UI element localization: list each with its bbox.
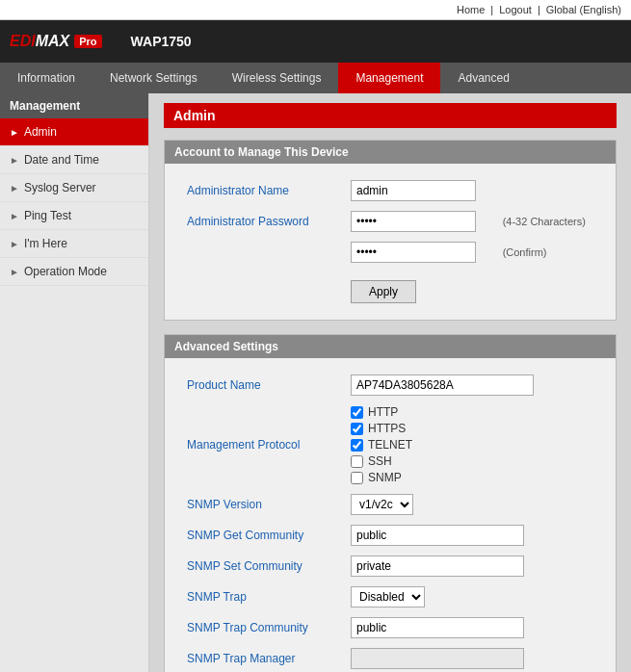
admin-name-field-cell [343, 175, 495, 206]
protocol-telnet-checkbox[interactable] [351, 439, 363, 452]
management-protocol-checkboxes: HTTP HTTPS TELNET [343, 401, 601, 489]
snmp-get-community-label: SNMP Get Community [179, 520, 343, 551]
logo: EDIMAX Pro [10, 33, 102, 50]
admin-password-confirm-input[interactable] [351, 242, 476, 263]
snmp-version-field-cell: v1/v2c v3 [343, 489, 601, 520]
sidebar-item-operation-mode[interactable]: ► Operation Mode [0, 258, 148, 286]
snmp-get-community-field-cell [343, 520, 601, 551]
advanced-card-header: Advanced Settings [165, 335, 616, 358]
snmp-trap-manager-label: SNMP Trap Manager [179, 643, 343, 672]
product-name-field-cell [343, 370, 601, 401]
content-area: Admin Account to Manage This Device Admi… [149, 93, 631, 672]
protocol-ssh-label: SSH [368, 454, 392, 468]
snmp-set-community-input[interactable] [351, 556, 524, 577]
snmp-set-community-field-cell [343, 551, 601, 582]
admin-password-row: Administrator Password (4-32 Characters) [179, 206, 601, 237]
arrow-icon: ► [10, 155, 19, 166]
management-protocol-row: Management Protocol HTTP HTTPS [179, 401, 601, 489]
language-selector[interactable]: Global (English) [546, 4, 621, 15]
sidebar-item-syslog[interactable]: ► Syslog Server [0, 174, 148, 202]
nav-information[interactable]: Information [0, 63, 92, 93]
password-hint: (4-32 Characters) [495, 206, 601, 237]
product-name-input[interactable] [351, 375, 534, 396]
account-apply-row: Apply [179, 268, 601, 308]
nav-management[interactable]: Management [338, 63, 440, 93]
admin-name-input[interactable] [351, 180, 476, 201]
snmp-trap-manager-row: SNMP Trap Manager [179, 643, 601, 672]
account-form-table: Administrator Name Administrator Passwor… [179, 175, 601, 308]
sidebar-item-label: Ping Test [24, 209, 71, 222]
brand-name: EDIMAX [10, 33, 69, 50]
snmp-trap-label: SNMP Trap [179, 582, 343, 612]
snmp-trap-community-label: SNMP Trap Community [179, 612, 343, 643]
confirm-hint: (Confirm) [495, 237, 601, 268]
separator1: | [490, 4, 493, 15]
arrow-icon: ► [10, 211, 19, 221]
arrow-icon: ► [10, 127, 19, 138]
protocol-snmp-checkbox[interactable] [351, 472, 363, 484]
arrow-icon: ► [10, 267, 19, 277]
snmp-version-label: SNMP Version [179, 489, 343, 520]
protocol-http-checkbox[interactable] [351, 406, 363, 419]
admin-password-confirm-cell [343, 237, 495, 268]
snmp-version-row: SNMP Version v1/v2c v3 [179, 489, 601, 520]
protocol-snmp-row: SNMP [351, 471, 593, 484]
snmp-trap-row: SNMP Trap Disabled Enabled [179, 582, 601, 612]
snmp-trap-community-input[interactable] [351, 617, 524, 638]
protocol-https-label: HTTPS [368, 422, 406, 435]
sidebar-item-label: Date and Time [24, 153, 99, 167]
management-protocol-label: Management Protocol [179, 401, 343, 489]
product-name-row: Product Name [179, 370, 601, 401]
page-title: Admin [164, 103, 617, 128]
admin-password-input[interactable] [351, 211, 476, 232]
sidebar-item-admin[interactable]: ► Admin [0, 118, 148, 146]
nav-network-settings[interactable]: Network Settings [92, 63, 215, 93]
snmp-trap-manager-field-cell [343, 643, 601, 672]
snmp-trap-manager-input[interactable] [351, 648, 524, 669]
protocol-checkbox-group: HTTP HTTPS TELNET [351, 405, 593, 484]
sidebar-item-date-time[interactable]: ► Date and Time [0, 146, 148, 174]
snmp-version-select[interactable]: v1/v2c v3 [351, 494, 413, 515]
snmp-trap-select[interactable]: Disabled Enabled [351, 586, 425, 607]
pro-badge: Pro [74, 35, 101, 48]
protocol-telnet-row: TELNET [351, 438, 593, 452]
protocol-ssh-checkbox[interactable] [351, 455, 363, 468]
snmp-trap-field-cell: Disabled Enabled [343, 582, 601, 612]
separator2: | [538, 4, 540, 15]
sidebar-section-title: Management [0, 93, 148, 118]
main-nav: Information Network Settings Wireless Se… [0, 63, 631, 93]
protocol-http-label: HTTP [368, 405, 398, 419]
sidebar-item-label: I'm Here [24, 237, 67, 250]
account-card-body: Administrator Name Administrator Passwor… [165, 164, 616, 320]
product-name-label: Product Name [179, 370, 343, 401]
sidebar-item-label: Operation Mode [24, 265, 107, 278]
snmp-trap-community-row: SNMP Trap Community [179, 612, 601, 643]
admin-name-label: Administrator Name [179, 175, 343, 206]
protocol-https-checkbox[interactable] [351, 423, 363, 435]
protocol-http-row: HTTP [351, 405, 593, 419]
account-card-header: Account to Manage This Device [165, 141, 616, 164]
arrow-icon: ► [10, 239, 19, 249]
arrow-icon: ► [10, 183, 19, 194]
protocol-telnet-label: TELNET [368, 438, 412, 452]
account-card: Account to Manage This Device Administra… [164, 140, 617, 321]
admin-password-field-cell [343, 206, 495, 237]
admin-password-confirm-row: (Confirm) [179, 237, 601, 268]
advanced-card-body: Product Name Management Protocol HTTP [165, 358, 616, 672]
snmp-set-community-label: SNMP Set Community [179, 551, 343, 582]
header: EDIMAX Pro WAP1750 [0, 20, 631, 63]
sidebar-item-label: Admin [24, 125, 57, 139]
logout-link[interactable]: Logout [499, 4, 532, 15]
sidebar: Management ► Admin ► Date and Time ► Sys… [0, 93, 149, 672]
protocol-snmp-label: SNMP [368, 471, 402, 484]
device-name: WAP1750 [131, 34, 192, 49]
home-link[interactable]: Home [457, 4, 485, 15]
nav-advanced[interactable]: Advanced [440, 63, 526, 93]
snmp-get-community-input[interactable] [351, 525, 524, 546]
advanced-form-table: Product Name Management Protocol HTTP [179, 370, 601, 672]
sidebar-item-ping-test[interactable]: ► Ping Test [0, 202, 148, 230]
sidebar-item-im-here[interactable]: ► I'm Here [0, 230, 148, 258]
snmp-trap-community-field-cell [343, 612, 601, 643]
nav-wireless-settings[interactable]: Wireless Settings [215, 63, 339, 93]
account-apply-button[interactable]: Apply [351, 280, 416, 303]
